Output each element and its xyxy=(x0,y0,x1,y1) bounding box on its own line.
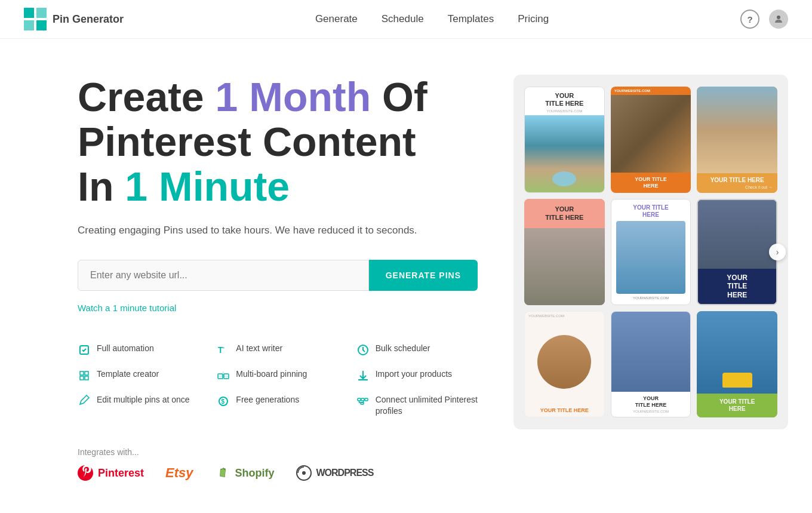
help-button[interactable]: ? xyxy=(740,10,759,29)
integration-etsy[interactable]: Etsy xyxy=(165,465,193,481)
headline: Create 1 Month Of Pinterest Content In 1… xyxy=(78,75,478,208)
navbar: Pin Generator Generate Schedule Template… xyxy=(0,0,812,39)
logo-icon xyxy=(24,8,47,30)
feature-multi-board-text: Multi-board pinning xyxy=(236,368,307,380)
edit-icon xyxy=(78,395,91,408)
svg-text:$: $ xyxy=(222,398,225,405)
headline-line2: Pinterest Content xyxy=(78,119,416,164)
feature-import: Import your products xyxy=(356,368,478,382)
integrations-label: Integrates with... xyxy=(78,447,478,457)
nav-pricing[interactable]: Pricing xyxy=(518,13,549,25)
pinterest-icon xyxy=(78,465,93,481)
svg-text:*: * xyxy=(223,346,224,351)
integration-pinterest[interactable]: Pinterest xyxy=(78,465,144,481)
pin1-url: YOURWEBSITE.COM xyxy=(530,109,599,113)
feature-connect-text: Connect unlimited Pinterest profiles xyxy=(376,394,478,417)
pin2-title: YOUR TITLEHERE xyxy=(614,176,688,189)
pin-grid: YOURTITLE HERE YOURWEBSITE.COM YOURWEBSI… xyxy=(524,87,777,417)
pin7-title: YOUR TITLE HERE xyxy=(528,407,601,413)
ai-text-icon: T * xyxy=(217,343,230,357)
nav-links: Generate Schedule Templates Pricing xyxy=(315,13,549,25)
feature-ai-text-label: AI text writer xyxy=(236,343,282,355)
integrations-list: Pinterest Etsy Shopify xyxy=(78,465,478,481)
shopify-icon xyxy=(215,465,230,481)
feature-edit-text: Edit multiple pins at once xyxy=(97,394,190,406)
pin8-title: YOURTITLE HERE xyxy=(616,395,686,408)
feature-bulk-scheduler-text: Bulk scheduler xyxy=(376,343,430,355)
feature-automation: Full automation xyxy=(78,343,199,357)
integration-shopify[interactable]: Shopify xyxy=(215,465,275,481)
nav-templates[interactable]: Templates xyxy=(448,13,494,25)
pin-card-2[interactable]: YOURWEBSITE.COM YOUR TITLEHERE xyxy=(611,87,691,193)
logo[interactable]: Pin Generator xyxy=(24,8,124,30)
pin9-title: YOUR TITLEHERE xyxy=(702,398,773,413)
headline-part1: Create xyxy=(78,74,216,119)
template-icon xyxy=(78,369,91,382)
svg-point-4 xyxy=(777,16,780,19)
generate-pins-button[interactable]: GENERATE PINS xyxy=(369,260,478,291)
tutorial-link[interactable]: Watch a 1 minute tutorial xyxy=(78,303,176,313)
pin3-sub: Check it out → xyxy=(702,185,773,189)
svg-rect-0 xyxy=(24,8,34,18)
integration-wordpress[interactable]: WordPress xyxy=(296,465,374,481)
pin-card-9[interactable]: YOUR TITLEHERE xyxy=(697,311,777,417)
pin-card-7[interactable]: YOURWEBSITE.COM YOUR TITLE HERE xyxy=(524,311,605,417)
pin-card-5[interactable]: YOUR TITLEHERE YOURWEBSITE.COM xyxy=(611,199,691,305)
svg-rect-3 xyxy=(36,20,47,30)
headline-highlight2: 1 Minute xyxy=(125,164,290,209)
pin8-url: YOURWEBSITE.COM xyxy=(616,410,686,413)
pin3-title: YOUR TITLE HERE xyxy=(702,177,773,184)
feature-template-text: Template creator xyxy=(97,368,159,380)
logo-text: Pin Generator xyxy=(53,13,124,26)
automation-icon xyxy=(78,343,91,357)
scheduler-icon xyxy=(356,343,370,357)
url-input[interactable] xyxy=(78,260,369,291)
feature-automation-text: Full automation xyxy=(97,343,154,355)
pin-gallery: YOURTITLE HERE YOURWEBSITE.COM YOURWEBSI… xyxy=(513,75,788,429)
feature-free: $ Free generations xyxy=(217,394,338,417)
free-icon: $ xyxy=(217,395,230,408)
svg-point-19 xyxy=(302,471,306,475)
pinterest-label: Pinterest xyxy=(98,467,144,480)
feature-ai-text: T * AI text writer xyxy=(217,343,338,357)
svg-rect-1 xyxy=(36,8,47,18)
svg-rect-2 xyxy=(24,20,34,30)
user-account-button[interactable] xyxy=(769,10,788,29)
etsy-label: Etsy xyxy=(165,465,193,481)
nav-icons: ? xyxy=(740,10,788,29)
feature-multi-board: Multi-board pinning xyxy=(217,368,338,382)
pin4-title: YOURTITLE HERE xyxy=(529,205,600,222)
connect-icon xyxy=(356,395,370,408)
wordpress-icon xyxy=(296,465,312,481)
headline-line3-pre: In xyxy=(78,164,125,209)
headline-part2: Of xyxy=(371,74,427,119)
user-icon xyxy=(773,14,784,24)
pin7-url-top: YOURWEBSITE.COM xyxy=(525,312,604,320)
pin-card-4[interactable]: YOURTITLE HERE xyxy=(524,199,605,305)
wordpress-label: WordPress xyxy=(316,468,374,478)
pin6-title: YOURTITLEHERE xyxy=(703,274,771,299)
nav-schedule[interactable]: Schedule xyxy=(382,13,424,25)
nav-generate[interactable]: Generate xyxy=(315,13,358,25)
multi-board-icon xyxy=(217,369,230,382)
pin2-url: YOURWEBSITE.COM xyxy=(614,89,688,93)
pin-card-1[interactable]: YOURTITLE HERE YOURWEBSITE.COM xyxy=(524,87,605,193)
feature-import-text: Import your products xyxy=(376,368,452,380)
pin5-title: YOUR TITLEHERE xyxy=(616,204,686,219)
hero-left: Create 1 Month Of Pinterest Content In 1… xyxy=(78,75,478,481)
pin-grid-wrapper: YOURTITLE HERE YOURWEBSITE.COM YOURWEBSI… xyxy=(524,87,777,417)
shopify-label: Shopify xyxy=(235,467,275,480)
feature-edit-multiple: Edit multiple pins at once xyxy=(78,394,199,417)
gallery-next-button[interactable]: › xyxy=(769,244,786,260)
import-icon xyxy=(356,369,370,382)
svg-rect-13 xyxy=(358,398,361,401)
pin1-title: YOURTITLE HERE xyxy=(530,92,599,107)
svg-rect-14 xyxy=(361,398,364,401)
pin-card-8[interactable]: YOURTITLE HERE YOURWEBSITE.COM xyxy=(611,311,691,417)
feature-connect: Connect unlimited Pinterest profiles xyxy=(356,394,478,417)
headline-highlight1: 1 Month xyxy=(216,74,371,119)
pin-card-6[interactable]: YOURTITLEHERE xyxy=(697,199,777,305)
feature-bulk-scheduler: Bulk scheduler xyxy=(356,343,478,357)
pin-card-3[interactable]: YOUR TITLE HERE Check it out → xyxy=(697,87,777,193)
pin5-url: YOURWEBSITE.COM xyxy=(616,296,686,300)
